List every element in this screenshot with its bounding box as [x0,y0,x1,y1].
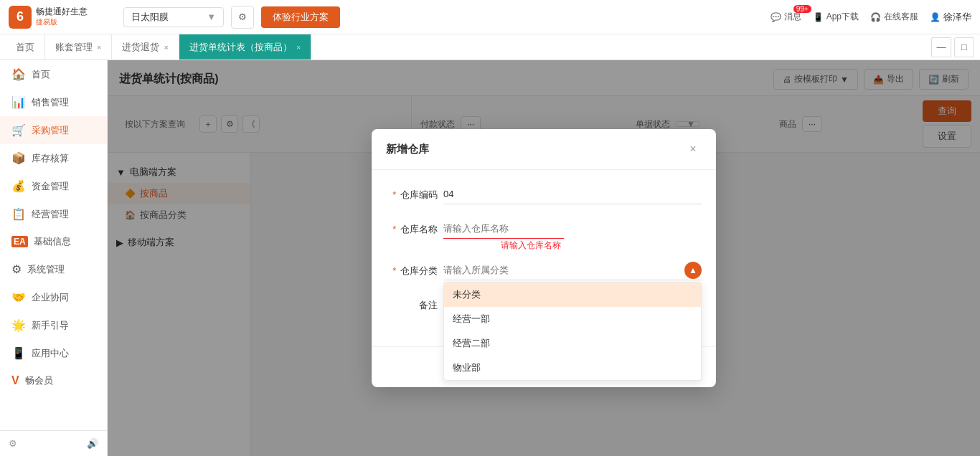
apps-icon: 📱 [11,346,26,360]
inventory-icon: 📦 [11,151,26,165]
system-icon: ⚙ [11,262,22,276]
tab-bar: 首页 账套管理 × 进货退货 × 进货单统计表（按商品） × — □ [0,34,980,60]
message-icon: 💬 [771,12,781,22]
operations-icon: 📋 [11,207,26,221]
sidebar-item-member[interactable]: V 畅会员 [0,367,107,394]
form-row-name: * 仓库名称 请输入仓库名称 [386,219,702,239]
modal-new-warehouse: 新增仓库 × * 仓库编码 * [372,129,716,387]
name-input[interactable] [443,219,564,239]
category-dropdown: 未分类 经营一部 经营二部 物业部 [443,282,702,381]
sidebar-item-basic-info[interactable]: EA 基础信息 [0,228,107,255]
sidebar-purchase-label: 采购管理 [32,124,69,137]
sidebar-basic-info-label: 基础信息 [34,235,71,248]
name-label: * 仓库名称 [386,219,443,236]
form-row-code: * 仓库编码 [386,184,702,204]
message-badge: 99+ [793,5,811,13]
sidebar-item-system[interactable]: ⚙ 系统管理 [0,255,107,283]
purchase-icon: 🛒 [11,123,26,137]
chevron-down-icon: ▼ [207,11,216,22]
online-service-label: 在线客服 [884,11,918,23]
tab-accounts-label: 账套管理 [55,41,93,54]
sidebar-item-apps[interactable]: 📱 应用中心 [0,339,107,367]
category-input[interactable] [443,260,702,280]
code-label-text: 仓库编码 [400,189,438,200]
tab-home-label: 首页 [16,41,34,54]
logo-area: 6 畅捷通好生意 捷易版 [9,6,116,29]
user-name: 徐泽华 [943,11,971,24]
dropdown-item-ops1[interactable]: 经营一部 [444,307,701,331]
modal-header: 新增仓库 × [372,129,716,170]
sidebar-item-purchase[interactable]: 🛒 采购管理 [0,116,107,144]
sidebar-item-operations[interactable]: 📋 经营管理 [0,200,107,228]
header-right: 💬 消息 99+ 📱 App下载 🎧 在线客服 👤 徐泽华 [771,11,971,24]
sidebar-operations-label: 经营管理 [32,208,69,221]
maximize-button[interactable]: □ [954,37,974,57]
store-name: 日太阳膜 [131,11,169,24]
app-download-label: App下载 [826,11,859,23]
tab-purchase-stats[interactable]: 进货单统计表（按商品） × [179,34,311,60]
sidebar-audio-icon[interactable]: 🔊 [87,438,98,449]
dropdown-item-property[interactable]: 物业部 [444,356,701,380]
mobile-icon: 📱 [813,12,824,22]
app-title: 畅捷通好生意 [36,6,88,18]
sidebar-item-home[interactable]: 🏠 首页 [0,60,107,88]
sidebar-system-label: 系统管理 [27,263,65,276]
modal-title: 新增仓库 [386,143,429,156]
modal-close-button[interactable]: × [684,141,702,158]
content-area: 进货单统计(按商品) 🖨 按模板打印 ▼ 📤 导出 🔄 刷新 [108,60,980,456]
member-icon: V [11,374,19,387]
sidebar-item-finance[interactable]: 💰 资金管理 [0,172,107,200]
trial-button[interactable]: 体验行业方案 [261,6,340,28]
form-row-category: * 仓库分类 ▲ 未分类 经营一部 经营二部 物业部 [386,260,702,280]
name-label-text: 仓库名称 [400,224,438,234]
tab-purchase-stats-label: 进货单统计表（按商品） [189,41,292,54]
notes-label: 备注 [386,295,443,312]
user-item[interactable]: 👤 徐泽华 [930,11,971,24]
tab-purchase-return-close[interactable]: × [164,43,168,52]
home-icon: 🏠 [11,67,26,81]
category-select-wrapper: ▲ 未分类 经营一部 经营二部 物业部 [443,260,702,280]
name-error-msg: 请输入仓库名称 [501,239,561,252]
sales-icon: 📊 [11,95,26,109]
sidebar-finance-label: 资金管理 [32,180,69,193]
category-dropdown-arrow[interactable]: ▲ [684,262,702,279]
online-service-item[interactable]: 🎧 在线客服 [870,11,918,23]
app-download-item[interactable]: 📱 App下载 [813,11,859,23]
store-selector[interactable]: 日太阳膜 ▼ [123,7,224,27]
sidebar-enterprise-label: 企业协同 [32,291,69,304]
dropdown-item-uncategorized[interactable]: 未分类 [444,282,701,307]
dropdown-item-ops2[interactable]: 经营二部 [444,331,701,356]
sidebar-apps-label: 应用中心 [32,347,69,360]
minimize-button[interactable]: — [931,37,951,57]
app-badge: 捷易版 [36,17,88,27]
guide-icon: 🌟 [11,318,26,332]
basic-info-icon: EA [11,236,28,247]
tab-actions: — □ [931,37,974,57]
settings-icon[interactable]: ⚙ [231,6,254,29]
sidebar-home-label: 首页 [32,68,50,81]
tab-accounts-close[interactable]: × [97,43,101,52]
sidebar: 🏠 首页 📊 销售管理 🛒 采购管理 📦 库存核算 💰 资金管理 📋 经营管理 … [0,60,108,456]
message-item[interactable]: 💬 消息 99+ [771,11,801,23]
sidebar-item-inventory[interactable]: 📦 库存核算 [0,144,107,172]
sidebar-settings-icon[interactable]: ⚙ [9,438,17,449]
tab-accounts[interactable]: 账套管理 × [45,34,112,60]
sidebar-item-guide[interactable]: 🌟 新手引导 [0,311,107,339]
sidebar-member-label: 畅会员 [25,374,53,387]
sidebar-item-enterprise[interactable]: 🤝 企业协同 [0,283,107,311]
user-icon: 👤 [930,12,941,22]
tab-purchase-return[interactable]: 进货退货 × [112,34,179,60]
category-label-text: 仓库分类 [400,265,438,276]
tab-home[interactable]: 首页 [6,34,45,60]
modal-body: * 仓库编码 * 仓库名称 请输入仓库名称 [372,170,716,346]
tab-purchase-return-label: 进货退货 [122,41,159,54]
finance-icon: 💰 [11,179,26,193]
app-logo: 6 [9,6,32,29]
headset-icon: 🎧 [870,12,881,22]
sidebar-sales-label: 销售管理 [32,96,69,109]
code-input[interactable] [443,184,702,204]
sidebar-item-sales[interactable]: 📊 销售管理 [0,88,107,116]
category-label: * 仓库分类 [386,260,443,277]
main-layout: 🏠 首页 📊 销售管理 🛒 采购管理 📦 库存核算 💰 资金管理 📋 经营管理 … [0,60,980,456]
tab-purchase-stats-close[interactable]: × [296,43,301,52]
